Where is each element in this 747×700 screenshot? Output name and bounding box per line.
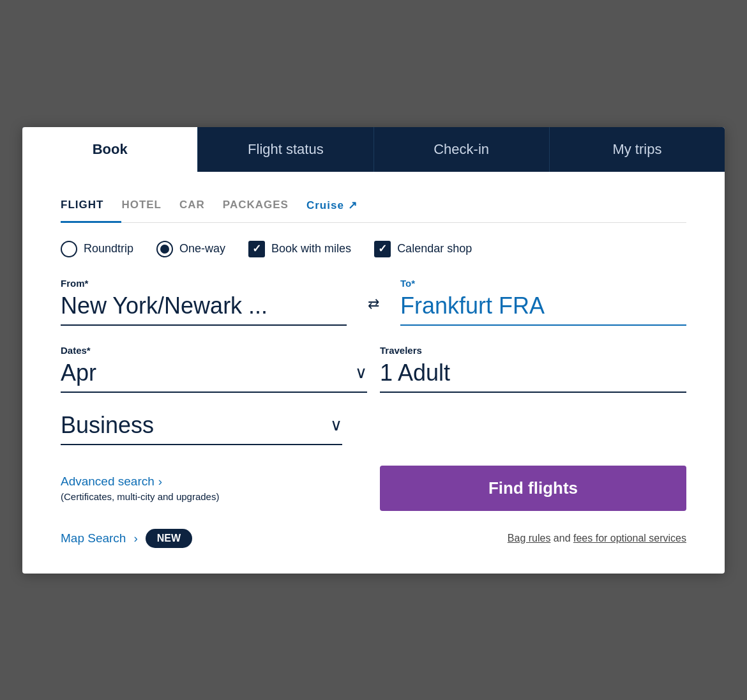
swap-button[interactable]: ⇄ — [359, 290, 388, 318]
from-field-group: From* New York/Newark ... — [61, 278, 347, 326]
from-to-row: From* New York/Newark ... ⇄ To* Frankfur… — [61, 278, 686, 326]
travelers-value[interactable]: 1 Adult — [380, 360, 686, 393]
advanced-search-subtitle: (Certificates, multi-city and upgrades) — [61, 491, 219, 502]
cabin-select[interactable]: Business ∨ — [61, 412, 342, 445]
to-field-group: To* Frankfurt FRA — [400, 278, 686, 326]
cabin-value: Business — [61, 412, 154, 439]
dates-value: Apr — [61, 360, 96, 386]
find-flights-button[interactable]: Find flights — [380, 466, 686, 511]
oneway-radio[interactable] — [156, 241, 173, 257]
subtab-packages[interactable]: PACKAGES — [223, 190, 306, 223]
book-miles-checkbox[interactable]: ✓ — [248, 241, 265, 257]
calendar-shop-option[interactable]: ✓ Calendar shop — [374, 241, 472, 257]
options-row: Roundtrip One-way ✓ Book with miles ✓ Ca… — [61, 241, 686, 257]
subtab-flight[interactable]: FLIGHT — [61, 190, 121, 223]
nav-tabs: Book Flight status Check-in My trips — [22, 127, 725, 172]
cabin-chevron-icon: ∨ — [330, 415, 342, 435]
dates-group: Dates* Apr ∨ — [61, 345, 367, 393]
from-input[interactable]: New York/Newark ... — [61, 293, 347, 326]
tab-check-in[interactable]: Check-in — [374, 127, 550, 172]
tab-my-trips[interactable]: My trips — [550, 127, 725, 172]
bag-rules-links: Bag rules and fees for optional services — [508, 533, 686, 544]
dates-select[interactable]: Apr ∨ — [61, 360, 367, 393]
tab-flight-status[interactable]: Flight status — [198, 127, 374, 172]
optional-services-link[interactable]: fees for optional services — [573, 533, 686, 544]
advanced-search-arrow-icon: › — [158, 475, 162, 489]
travelers-group: Travelers 1 Adult — [380, 345, 686, 393]
calendar-shop-checkbox[interactable]: ✓ — [374, 241, 391, 257]
advanced-search-link[interactable]: Advanced search › — [61, 475, 219, 489]
dates-label: Dates* — [61, 345, 367, 356]
cabin-row: Business ∨ — [61, 412, 686, 445]
dates-travelers-row: Dates* Apr ∨ Travelers 1 Adult — [61, 345, 686, 393]
oneway-option[interactable]: One-way — [156, 241, 225, 257]
map-search-row: Map Search › NEW Bag rules and fees for … — [61, 529, 686, 548]
to-label: To* — [400, 278, 686, 289]
travelers-label: Travelers — [380, 345, 686, 356]
subtab-hotel[interactable]: HOTEL — [121, 190, 179, 223]
tab-book[interactable]: Book — [22, 127, 198, 172]
dates-chevron-icon: ∨ — [355, 363, 367, 383]
bottom-row: Advanced search › (Certificates, multi-c… — [61, 466, 686, 511]
advanced-search-group: Advanced search › (Certificates, multi-c… — [61, 475, 219, 502]
sub-tabs: FLIGHT HOTEL CAR PACKAGES Cruise ↗ — [61, 190, 686, 223]
subtab-cruise[interactable]: Cruise ↗ — [306, 190, 375, 223]
new-badge: NEW — [146, 529, 192, 548]
content-area: FLIGHT HOTEL CAR PACKAGES Cruise ↗ Round… — [22, 172, 725, 574]
roundtrip-option[interactable]: Roundtrip — [61, 241, 133, 257]
map-search-link[interactable]: Map Search › NEW — [61, 529, 192, 548]
book-miles-option[interactable]: ✓ Book with miles — [248, 241, 351, 257]
roundtrip-radio[interactable] — [61, 241, 77, 257]
map-search-arrow-icon: › — [133, 531, 137, 545]
subtab-car[interactable]: CAR — [179, 190, 223, 223]
booking-widget: Book Flight status Check-in My trips FLI… — [22, 127, 725, 574]
to-input[interactable]: Frankfurt FRA — [400, 293, 686, 326]
from-label: From* — [61, 278, 347, 289]
bag-rules-link[interactable]: Bag rules — [508, 533, 551, 544]
